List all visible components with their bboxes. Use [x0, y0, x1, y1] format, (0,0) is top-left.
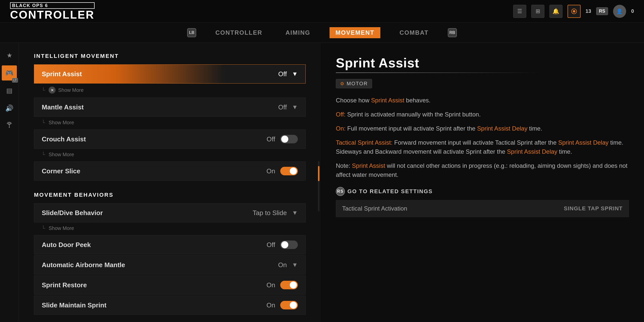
sidebar: ★ 🎮 LT ▤ 🔊	[0, 43, 19, 322]
indent-bracket-3: └	[42, 152, 45, 157]
crouch-assist-value: Off	[267, 135, 275, 143]
rp-title: Sprint Assist	[336, 55, 629, 70]
sprint-assist-value: Off	[278, 70, 287, 78]
motor-label: MOTOR	[347, 81, 368, 87]
related-header-label: GO TO RELATED SETTINGS	[347, 188, 433, 195]
sprint-restore-toggle[interactable]	[280, 281, 298, 289]
auto-door-peek-knob	[281, 241, 288, 248]
crouch-assist-show-more[interactable]: └ Show More	[34, 150, 306, 159]
rp-on-end: time.	[528, 125, 542, 132]
slide-maintain-toggle[interactable]	[280, 301, 298, 309]
related-tactical-sprint-value: SINGLE TAP SPRINT	[564, 205, 623, 212]
display-icon: ▤	[6, 87, 13, 95]
corner-slice-toggle[interactable]	[280, 167, 298, 175]
show-more-label-4: Show More	[49, 225, 74, 231]
corner-slice-knob	[290, 168, 297, 175]
sprint-restore-value: On	[266, 281, 275, 289]
rp-sprint-assist-highlight: Sprint Assist	[371, 97, 404, 104]
indent-bracket: └	[42, 87, 45, 93]
circle-icon-btn[interactable]	[568, 5, 581, 18]
rp-off-label: Off:	[336, 111, 345, 118]
rp-on-label: On:	[336, 125, 346, 132]
rp-desc-main: Choose how Sprint Assist behaves.	[336, 96, 629, 105]
crouch-assist-knob	[281, 136, 288, 143]
mantle-assist-show-more[interactable]: └ Show More	[34, 118, 306, 128]
setting-slide-maintain[interactable]: Slide Maintain Sprint On	[34, 296, 306, 315]
sidebar-item-controller[interactable]: 🎮 LT	[2, 65, 17, 80]
audio-icon: 🔊	[5, 104, 13, 112]
tab-movement[interactable]: MOVEMENT	[330, 27, 381, 38]
sidebar-item-display[interactable]: ▤	[2, 83, 17, 98]
sprint-assist-label: Sprint Assist	[42, 70, 278, 78]
lb-button[interactable]: LB	[187, 28, 196, 37]
scroll-thumb	[318, 166, 319, 181]
star-icon: ★	[7, 52, 12, 59]
sprint-assist-chevron: ▼	[292, 70, 298, 77]
rp-tactical-delay-highlight: Sprint Assist Delay	[558, 139, 609, 146]
grid-icon-btn[interactable]: ⊞	[531, 5, 544, 18]
crouch-assist-toggle[interactable]	[280, 135, 298, 143]
section-movement-behaviors: MOVEMENT BEHAVIORS	[34, 192, 306, 198]
logo-black-ops: BLACK OPS 6	[10, 2, 95, 9]
corner-slice-label: Corner Slice	[42, 167, 266, 175]
nav-tabs: LB CONTROLLER AIMING MOVEMENT COMBAT RB	[0, 23, 644, 43]
svg-point-1	[573, 10, 575, 13]
slide-dive-chevron: ▼	[292, 209, 298, 216]
sprint-assist-show-more[interactable]: └ ✕ Show More	[34, 85, 306, 96]
setting-corner-slice[interactable]: Corner Slice On	[34, 162, 306, 181]
topbar: BLACK OPS 6 CONTROLLER ☰ ⊞ 🔔 13 RS 👤 0	[0, 0, 644, 23]
rp-desc-pre: Choose how	[336, 97, 371, 104]
tab-aiming[interactable]: AIMING	[281, 27, 314, 38]
sidebar-item-audio[interactable]: 🔊	[2, 101, 17, 116]
show-more-label-2: Show More	[49, 120, 74, 126]
tab-combat[interactable]: COMBAT	[395, 27, 433, 38]
rp-desc-note: Note: Sprint Assist will not cancel othe…	[336, 161, 629, 179]
main-content: INTELLIGENT MOVEMENT Sprint Assist Off ▼…	[19, 43, 321, 322]
motor-badge: ⚙ MOTOR	[336, 79, 372, 88]
topbar-icons: ☰ ⊞ 🔔 13 RS 👤 0	[513, 5, 634, 18]
slide-dive-label: Slide/Dive Behavior	[42, 209, 253, 217]
setting-slide-dive[interactable]: Slide/Dive Behavior Tap to Slide ▼	[34, 203, 306, 222]
setting-crouch-assist[interactable]: Crouch Assist Off	[34, 130, 306, 149]
rs-circle-icon: RS	[336, 187, 345, 196]
avatar: 👤	[613, 5, 626, 18]
rp-tactical-end: time.	[609, 139, 623, 146]
logo-area: BLACK OPS 6 CONTROLLER	[10, 2, 95, 20]
show-more-label: Show More	[58, 87, 84, 93]
rs-badge: RS	[596, 7, 608, 15]
auto-airborne-mantle-chevron: ▼	[292, 261, 298, 268]
setting-sprint-restore[interactable]: Sprint Restore On	[34, 275, 306, 295]
rb-button[interactable]: RB	[448, 28, 457, 37]
rp-off-text: Sprint is activated manually with the Sp…	[345, 111, 481, 118]
slide-dive-value: Tap to Slide	[253, 209, 287, 217]
related-setting-tactical-sprint[interactable]: Tactical Sprint Activation SINGLE TAP SP…	[336, 200, 629, 217]
auto-door-peek-toggle[interactable]	[280, 240, 298, 249]
setting-mantle-assist[interactable]: Mantle Assist Off ▼	[34, 98, 306, 117]
setting-sprint-assist[interactable]: Sprint Assist Off ▼	[34, 64, 306, 84]
rp-on-text: Full movement input will activate Sprint…	[346, 125, 477, 132]
corner-slice-value: On	[266, 167, 275, 175]
rp-on-delay-highlight: Sprint Assist Delay	[477, 125, 528, 132]
rp-tactical-2-delay-highlight: Sprint Assist Delay	[507, 148, 557, 155]
setting-auto-airborne-mantle[interactable]: Automatic Airborne Mantle On ▼	[34, 255, 306, 274]
sidebar-item-favorites[interactable]: ★	[2, 48, 17, 63]
motor-icon: ⚙	[340, 81, 345, 87]
setting-auto-door-peek[interactable]: Auto Door Peek Off	[34, 235, 306, 254]
rp-desc-off: Off: Sprint is activated manually with t…	[336, 110, 629, 119]
rp-desc-tactical: Tactical Sprint Assist: Forward movement…	[336, 138, 629, 156]
indent-bracket-2: └	[42, 120, 45, 126]
right-panel: Sprint Assist ⚙ MOTOR Choose how Sprint …	[321, 43, 644, 322]
bell-icon-btn[interactable]: 🔔	[549, 5, 562, 18]
slide-maintain-knob	[290, 302, 297, 309]
slide-dive-show-more[interactable]: └ Show More	[34, 223, 306, 233]
rp-tactical-2-end: time.	[557, 148, 572, 155]
crouch-assist-label: Crouch Assist	[42, 135, 267, 143]
tab-controller[interactable]: CONTROLLER	[211, 27, 266, 38]
mantle-assist-chevron: ▼	[292, 104, 298, 111]
svg-point-2	[9, 127, 10, 128]
sidebar-item-network[interactable]	[2, 118, 17, 133]
slide-maintain-label: Slide Maintain Sprint	[42, 301, 266, 309]
menu-icon-btn[interactable]: ☰	[513, 5, 526, 18]
scroll-indicator	[318, 161, 319, 211]
mantle-assist-value: Off	[278, 103, 287, 111]
